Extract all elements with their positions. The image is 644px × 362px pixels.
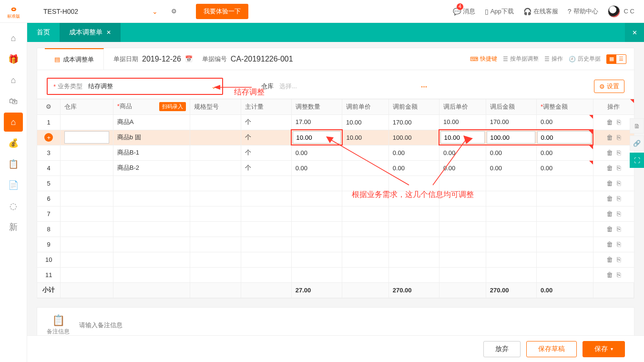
keyboard-icon: ⌨ — [470, 56, 478, 62]
ops-icon: ☰ — [544, 56, 550, 62]
remarks-input[interactable] — [79, 321, 624, 329]
sidebar-bag[interactable]: 🛍 — [4, 92, 23, 111]
after-amt-input[interactable] — [487, 131, 535, 144]
sidebar-home[interactable]: ⌂ — [4, 29, 23, 48]
project-select[interactable]: TEST-H002 ⌄ — [39, 4, 163, 19]
doc-title: 成本调整单 — [63, 55, 94, 64]
avatar — [608, 5, 620, 18]
add-row-icon[interactable]: + — [44, 133, 53, 142]
action-shortcut[interactable]: ⌨快捷键 — [470, 55, 497, 63]
more-icon: ⋯ — [421, 83, 427, 90]
sidebar-new[interactable]: 新 — [4, 217, 23, 237]
close-icon[interactable]: ✕ — [106, 29, 111, 36]
calendar-icon[interactable]: 📅 — [185, 55, 193, 62]
table-row[interactable]: 8🗑⎘ — [37, 221, 634, 237]
sidebar-money[interactable]: 💰 — [4, 134, 23, 153]
code-value: CA-20191226-001 — [231, 55, 293, 63]
date-value[interactable]: 2019-12-26 — [142, 55, 181, 63]
delete-icon[interactable]: 🗑 — [606, 164, 613, 172]
delete-icon[interactable]: 🗑 — [606, 118, 613, 126]
col-after-price: 调后单价 — [439, 99, 486, 114]
online-service-button[interactable]: 🎧 在线客服 — [523, 7, 558, 16]
action-by-doc[interactable]: ☰按单据调整 — [503, 55, 539, 63]
float-expand[interactable]: ⛶ — [630, 153, 644, 168]
col-ops: 操作 — [593, 99, 634, 114]
message-button[interactable]: 💬 4 消息 — [453, 7, 475, 16]
sidebar-gift[interactable]: 🎁 — [4, 50, 23, 69]
col-unit: 主计量 — [241, 99, 291, 114]
delete-icon[interactable]: 🗑 — [606, 149, 613, 156]
svg-marker-1 — [214, 85, 220, 90]
sidebar-warehouse[interactable]: ⌂ — [4, 113, 23, 132]
sidebar-form[interactable]: 📄 — [4, 176, 23, 195]
scan-button[interactable]: 扫码录入 — [159, 102, 186, 111]
copy-icon[interactable]: ⎘ — [617, 164, 621, 172]
action-history[interactable]: 🕘历史单据 — [569, 55, 601, 63]
sidebar-clipboard[interactable]: 📋 — [4, 155, 23, 174]
adj-amt-input[interactable] — [537, 131, 592, 144]
save-button[interactable]: 保存▾ — [583, 341, 625, 357]
table-row[interactable]: 10🗑⎘ — [37, 252, 634, 267]
action-operations[interactable]: ☰操作 — [544, 55, 563, 63]
right-float-toolbar: 🗎 🔗 ⛶ — [630, 118, 644, 170]
doc-date: 单据日期 2019-12-26 📅 — [113, 55, 193, 63]
table-row[interactable]: 7🗑⎘ — [37, 206, 634, 221]
table-row[interactable]: 1商品A个17.0010.00170.0010.00170.000.00🗑⎘ — [37, 114, 634, 130]
float-note[interactable]: 🗎 — [630, 118, 644, 134]
delete-icon[interactable]: 🗑 — [606, 195, 613, 202]
copy-icon[interactable]: ⎘ — [617, 271, 621, 279]
view-toggle[interactable]: ▦ ☰ — [606, 54, 626, 64]
phone-icon: ▯ — [485, 8, 489, 15]
business-type-select[interactable]: * 业务类型 结存调整 ⌄ — [47, 78, 223, 95]
delete-icon[interactable]: 🗑 — [606, 271, 613, 279]
delete-icon[interactable]: 🗑 — [606, 179, 613, 187]
copy-icon[interactable]: ⎘ — [617, 256, 621, 263]
tab-bar-close[interactable]: ✕ — [625, 23, 644, 42]
tab-cost-adjustment[interactable]: 成本调整单 ✕ — [60, 23, 121, 42]
tab-bar: 首页 成本调整单 ✕ ✕ — [27, 23, 644, 42]
settings-icon-button[interactable]: ⚙ — [166, 4, 182, 19]
doc-header: ▤ 成本调整单 单据日期 2019-12-26 📅 单据编号 CA-201912… — [37, 48, 634, 70]
warehouse-input[interactable] — [64, 131, 109, 144]
app-download-button[interactable]: ▯ App下载 — [485, 7, 514, 16]
col-gear[interactable]: ⚙ — [37, 99, 61, 114]
table-row[interactable]: 11🗑⎘ — [37, 267, 634, 282]
save-draft-button[interactable]: 保存草稿 — [526, 341, 577, 357]
copy-icon[interactable]: ⎘ — [617, 149, 621, 156]
sidebar-cycle[interactable]: ◌ — [4, 197, 23, 216]
copy-icon[interactable]: ⎘ — [617, 118, 621, 126]
sidebar-house[interactable]: ⌂ — [4, 71, 23, 90]
copy-icon[interactable]: ⎘ — [617, 225, 621, 233]
table-row[interactable]: 6🗑⎘ — [37, 191, 634, 206]
help-button[interactable]: ? 帮助中心 — [568, 7, 598, 16]
copy-icon[interactable]: ⎘ — [617, 195, 621, 202]
adjust-icon: ☰ — [503, 56, 508, 62]
settings-button[interactable]: ⚙ 设置 — [594, 80, 624, 93]
user-menu[interactable]: C C — [608, 5, 634, 18]
col-spec: 规格型号 — [190, 99, 241, 114]
warehouse-select[interactable]: 仓库 选择... ⋯ — [261, 82, 427, 91]
delete-icon[interactable]: 🗑 — [606, 240, 613, 248]
col-after-amt: 调后金额 — [486, 99, 536, 114]
doc-code: 单据编号 CA-20191226-001 — [202, 55, 293, 63]
footer: 放弃 保存草稿 保存▾ — [27, 335, 644, 362]
float-link[interactable]: 🔗 — [630, 135, 644, 151]
discard-button[interactable]: 放弃 — [483, 341, 521, 357]
gear-icon: ⚙ — [599, 83, 605, 90]
annotation-text: 根据业务需求，这几个信息均可调整 — [352, 190, 474, 200]
history-icon: 🕘 — [569, 56, 576, 62]
copy-icon[interactable]: ⎘ — [617, 240, 621, 248]
table-row[interactable]: 9🗑⎘ — [37, 237, 634, 252]
delete-icon[interactable]: 🗑 — [606, 256, 613, 263]
help-icon: ? — [568, 8, 572, 15]
tab-home[interactable]: 首页 — [27, 23, 60, 42]
svg-marker-5 — [463, 135, 473, 144]
delete-icon[interactable]: 🗑 — [606, 134, 613, 141]
chevron-down-icon: ⌄ — [152, 8, 158, 15]
delete-icon[interactable]: 🗑 — [606, 225, 613, 233]
copy-icon[interactable]: ⎘ — [617, 179, 621, 187]
delete-icon[interactable]: 🗑 — [606, 210, 613, 217]
cta-experience-button[interactable]: 我要体验一下 — [196, 4, 248, 19]
copy-icon[interactable]: ⎘ — [617, 134, 621, 141]
copy-icon[interactable]: ⎘ — [617, 210, 621, 217]
